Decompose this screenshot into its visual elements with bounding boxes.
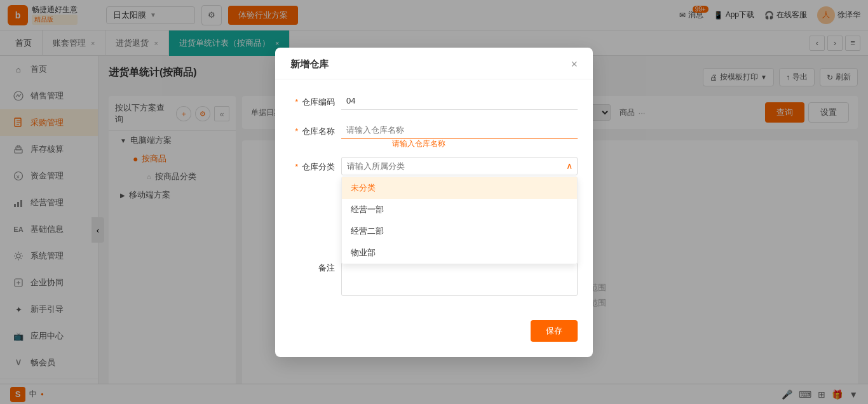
- dropdown-item-2[interactable]: 经营二部: [342, 220, 577, 242]
- form-row-category: * 仓库分类 ∧ 未分类 经营一部 经营二部 物业部: [290, 157, 578, 175]
- modal-header: 新增仓库 ×: [275, 48, 593, 79]
- category-select-wrapper: ∧: [341, 157, 578, 175]
- add-warehouse-modal: 新增仓库 × * 仓库编码 * 仓库名称 请输入仓库名称: [275, 48, 593, 357]
- name-input-wrapper: 请输入仓库名称: [341, 121, 578, 139]
- save-button[interactable]: 保存: [531, 320, 578, 342]
- dropdown-item-1[interactable]: 经营一部: [342, 199, 577, 220]
- modal-body: * 仓库编码 * 仓库名称 请输入仓库名称 *: [275, 79, 593, 314]
- form-row-name: * 仓库名称 请输入仓库名称: [290, 121, 578, 139]
- dropdown-item-3[interactable]: 物业部: [342, 242, 577, 264]
- modal-overlay[interactable]: 新增仓库 × * 仓库编码 * 仓库名称 请输入仓库名称: [0, 0, 868, 404]
- category-input[interactable]: [341, 157, 578, 175]
- name-input[interactable]: [341, 121, 578, 139]
- code-label: * 仓库编码: [290, 92, 341, 108]
- modal-title: 新增仓库: [290, 58, 329, 71]
- category-label: * 仓库分类: [290, 157, 341, 173]
- dropdown-item-0[interactable]: 未分类: [342, 177, 577, 199]
- code-input[interactable]: [341, 92, 578, 110]
- form-row-code: * 仓库编码: [290, 92, 578, 110]
- note-label: 备注: [290, 258, 341, 274]
- category-dropdown: 未分类 经营一部 经营二部 物业部: [341, 177, 578, 264]
- modal-close-button[interactable]: ×: [571, 58, 578, 71]
- modal-footer: 保存: [275, 320, 593, 342]
- name-label: * 仓库名称: [290, 121, 341, 137]
- name-error-message: 请输入仓库名称: [392, 138, 445, 149]
